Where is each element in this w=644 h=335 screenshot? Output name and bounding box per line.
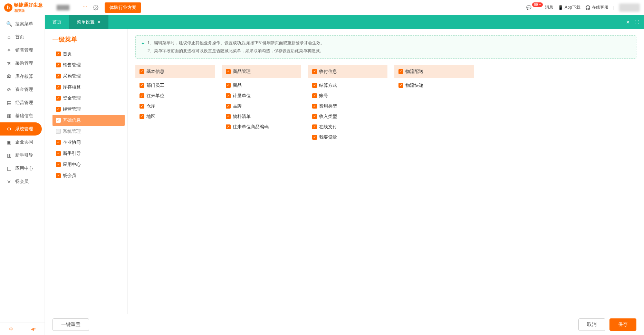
collapse-icon[interactable]: ◀• <box>31 326 36 332</box>
checkbox-icon[interactable]: ✓ <box>226 104 231 109</box>
menu-item-7[interactable]: ✓系统管理 <box>52 126 125 137</box>
sidebar-item-3[interactable]: 🛍采购管理 <box>0 57 45 70</box>
menu-item-9[interactable]: ✓新手引导 <box>52 148 125 159</box>
checkbox-icon[interactable]: ✓ <box>56 140 61 145</box>
gear-icon[interactable] <box>93 5 98 10</box>
sidebar-item-0[interactable]: 🔍搜索菜单 <box>0 17 45 30</box>
checkbox-icon[interactable]: ✓ <box>398 83 403 88</box>
card-item-0-1[interactable]: ✓往来单位 <box>140 91 211 101</box>
checkbox-icon[interactable]: ✓ <box>140 93 144 98</box>
chevron-down-icon[interactable]: ﹀ <box>83 4 87 10</box>
save-button[interactable]: 保存 <box>609 318 636 331</box>
online-service-label: 在线客服 <box>592 4 608 10</box>
card-item-2-3[interactable]: ✓收入类型 <box>312 111 383 122</box>
checkbox-icon[interactable]: ✓ <box>56 52 61 56</box>
checkbox-icon[interactable]: ✓ <box>226 93 231 98</box>
settings-icon[interactable]: ⚙ <box>9 326 13 332</box>
checkbox-icon[interactable]: ✓ <box>312 83 317 88</box>
checkbox-icon[interactable]: ✓ <box>312 93 317 98</box>
checkbox-icon[interactable]: ✓ <box>398 69 403 74</box>
sidebar-item-10[interactable]: ▥新手引导 <box>0 149 45 162</box>
card-item-2-4[interactable]: ✓在线支付 <box>312 122 383 132</box>
card-item-0-2[interactable]: ✓仓库 <box>140 101 211 111</box>
checkbox-icon[interactable]: ✓ <box>56 96 61 101</box>
experience-button[interactable]: 体验行业方案 <box>105 2 141 13</box>
checkbox-icon[interactable]: ✓ <box>312 69 317 74</box>
sidebar-item-4[interactable]: 🏚库存核算 <box>0 70 45 83</box>
sidebar-item-5[interactable]: ⊘资金管理 <box>0 83 45 96</box>
sidebar-item-1[interactable]: ⌂首页 <box>0 30 45 44</box>
checkbox-icon[interactable]: ✓ <box>56 107 61 112</box>
checkbox-icon[interactable]: ✓ <box>226 114 231 119</box>
card-item-2-1[interactable]: ✓账号 <box>312 91 383 101</box>
checkbox-icon[interactable]: ✓ <box>226 124 231 129</box>
checkbox-icon[interactable]: ✓ <box>226 69 231 74</box>
card-item-0-3[interactable]: ✓地区 <box>140 111 211 122</box>
checkbox-icon[interactable]: ✓ <box>312 104 317 109</box>
checkbox-icon[interactable]: ✓ <box>56 63 61 67</box>
menu-item-2[interactable]: ✓采购管理 <box>52 71 125 82</box>
menu-item-label: 系统管理 <box>63 128 81 134</box>
checkbox-icon[interactable]: ✓ <box>140 114 144 119</box>
card-item-3-0[interactable]: ✓物流快递 <box>398 80 470 91</box>
menu-item-8[interactable]: ✓企业协同 <box>52 137 125 148</box>
sidebar-item-2[interactable]: ✧销售管理 <box>0 44 45 57</box>
checkbox-icon[interactable]: ✓ <box>56 85 61 90</box>
card-item-2-2[interactable]: ✓费用类型 <box>312 101 383 111</box>
messages-link[interactable]: 💬 99 + 消息 <box>526 4 554 10</box>
reset-button[interactable]: 一键重置 <box>52 318 89 331</box>
card-item-2-0[interactable]: ✓结算方式 <box>312 80 383 91</box>
sidebar-item-label: 库存核算 <box>15 73 33 80</box>
menu-item-5[interactable]: ✓经营管理 <box>52 104 125 115</box>
sidebar-item-12[interactable]: V畅会员 <box>0 175 45 188</box>
checkbox-icon[interactable]: ✓ <box>56 151 61 156</box>
menu-item-10[interactable]: ✓应用中心 <box>52 159 125 170</box>
card-header[interactable]: ✓商品管理 <box>222 65 301 78</box>
checkbox-icon[interactable]: ✓ <box>56 129 61 134</box>
avatar[interactable] <box>619 3 640 12</box>
sidebar-item-9[interactable]: ▣企业协同 <box>0 136 45 149</box>
card-item-1-3[interactable]: ✓物料清单 <box>226 111 297 122</box>
checkbox-icon[interactable]: ✓ <box>226 83 231 88</box>
checkbox-icon[interactable]: ✓ <box>312 135 317 140</box>
checkbox-icon[interactable]: ✓ <box>56 74 61 78</box>
card-header[interactable]: ✓基本信息 <box>135 65 215 78</box>
checkbox-icon[interactable]: ✓ <box>312 124 317 129</box>
close-icon[interactable]: ✕ <box>97 20 101 25</box>
menu-item-0[interactable]: ✓首页 <box>52 48 125 59</box>
card-header[interactable]: ✓物流配送 <box>394 65 474 78</box>
checkbox-icon[interactable]: ✓ <box>140 83 144 88</box>
card-item-1-1[interactable]: ✓计量单位 <box>226 91 297 101</box>
menu-item-11[interactable]: ✓畅会员 <box>52 170 125 181</box>
tenant-select[interactable]: ████ <box>57 5 69 10</box>
card-body: ✓物流快递 <box>394 78 474 95</box>
sidebar-item-8[interactable]: ⚙系统管理 <box>0 122 42 136</box>
sidebar-item-7[interactable]: ▦基础信息 <box>0 109 45 122</box>
tab-close-all-icon[interactable]: ✕ <box>625 18 631 26</box>
tab-0[interactable]: 首页 <box>45 15 69 29</box>
checkbox-icon[interactable]: ✓ <box>56 162 61 167</box>
checkbox-icon[interactable]: ✓ <box>56 118 61 123</box>
menu-item-4[interactable]: ✓资金管理 <box>52 93 125 104</box>
sidebar-item-11[interactable]: ◫应用中心 <box>0 162 45 175</box>
fullscreen-icon[interactable]: ⛶ <box>633 18 641 26</box>
checkbox-icon[interactable]: ✓ <box>140 69 144 74</box>
card-item-2-5[interactable]: ✓我要贷款 <box>312 132 383 142</box>
card-item-label: 费用类型 <box>319 103 337 109</box>
app-download-link[interactable]: 📱 App下载 <box>558 4 580 10</box>
checkbox-icon[interactable]: ✓ <box>140 104 144 109</box>
menu-item-6[interactable]: ✓基础信息 <box>52 115 125 126</box>
menu-item-1[interactable]: ✓销售管理 <box>52 59 125 71</box>
card-header[interactable]: ✓收付信息 <box>308 65 387 78</box>
card-item-1-2[interactable]: ✓品牌 <box>226 101 297 111</box>
cancel-button[interactable]: 取消 <box>578 318 605 331</box>
sidebar-item-6[interactable]: ▤经营管理 <box>0 96 45 109</box>
tab-1[interactable]: 菜单设置✕ <box>69 15 108 29</box>
checkbox-icon[interactable]: ✓ <box>56 173 61 178</box>
checkbox-icon[interactable]: ✓ <box>312 114 317 119</box>
card-item-1-4[interactable]: ✓往来单位商品编码 <box>226 122 297 132</box>
card-item-0-0[interactable]: ✓部门员工 <box>140 80 211 91</box>
menu-item-3[interactable]: ✓库存核算 <box>52 82 125 93</box>
card-item-1-0[interactable]: ✓商品 <box>226 80 297 91</box>
online-service-link[interactable]: 🎧 在线客服 <box>585 4 608 10</box>
